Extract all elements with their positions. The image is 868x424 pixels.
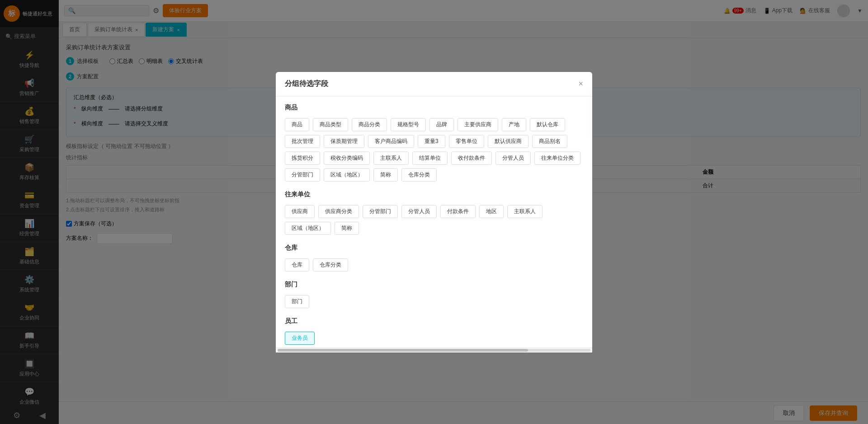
field-tag-retail-unit[interactable]: 零售单位	[449, 135, 484, 148]
field-tag-default-warehouse[interactable]: 默认仓库	[530, 118, 565, 131]
field-tag-customer-code[interactable]: 客户商品编码	[368, 135, 414, 148]
modal-header: 分组待选字段 ×	[276, 72, 592, 96]
field-tag-product[interactable]: 商品	[285, 118, 309, 131]
field-tag-weight3[interactable]: 重量3	[418, 135, 445, 148]
group-dept-title: 部门	[285, 281, 583, 291]
field-group-product: 商品 商品 商品类型 商品分类 规格型号 品牌 主要供应商 产地 默认仓库 批次…	[285, 104, 583, 181]
field-group-partner: 往来单位 供应商 供应商分类 分管部门 分管人员 付款条件 地区 主联系人 区域…	[285, 191, 583, 235]
field-tag-manager[interactable]: 分管人员	[495, 152, 531, 165]
field-tag-product-type[interactable]: 商品类型	[313, 118, 348, 131]
field-tag-main-contact2[interactable]: 主联系人	[507, 205, 542, 218]
field-tag-origin[interactable]: 产地	[502, 118, 526, 131]
field-tag-salesperson[interactable]: 业务员	[285, 332, 315, 345]
modal-hscroll-track[interactable]	[278, 349, 590, 352]
modal-title: 分组待选字段	[285, 79, 328, 89]
field-tag-warehouse-cat[interactable]: 仓库分类	[313, 258, 348, 272]
field-tag-main-supplier[interactable]: 主要供应商	[458, 118, 498, 131]
modal-body[interactable]: 商品 商品 商品类型 商品分类 规格型号 品牌 主要供应商 产地 默认仓库 批次…	[276, 96, 592, 348]
modal-overlay: 分组待选字段 × 商品 商品 商品类型 商品分类 规格型号 品牌 主要供应商 产…	[0, 0, 868, 424]
field-tag-payment-cond[interactable]: 付款条件	[440, 205, 476, 218]
group-warehouse-title: 仓库	[285, 244, 583, 254]
field-tag-dept2[interactable]: 分管部门	[363, 205, 398, 218]
field-tag-department[interactable]: 部门	[285, 295, 309, 308]
field-tag-supplier-category[interactable]: 供应商分类	[318, 205, 359, 218]
field-tag-default-supplier[interactable]: 默认供应商	[488, 135, 528, 148]
field-tag-product-alias[interactable]: 商品别名	[532, 135, 567, 148]
modal-dialog: 分组待选字段 × 商品 商品 商品类型 商品分类 规格型号 品牌 主要供应商 产…	[276, 72, 592, 353]
field-tag-region[interactable]: 区域（地区）	[324, 168, 370, 181]
warehouse-field-tags: 仓库 仓库分类	[285, 258, 583, 272]
field-tag-validity-manage[interactable]: 保质期管理	[324, 135, 364, 148]
employee-field-tags: 业务员	[285, 332, 583, 345]
field-tag-main-contact[interactable]: 主联系人	[373, 152, 409, 165]
field-tag-settlement-unit[interactable]: 结算单位	[412, 152, 448, 165]
modal-close-button[interactable]: ×	[578, 79, 583, 89]
field-tag-warehouse-category[interactable]: 仓库分类	[401, 168, 437, 181]
field-tag-supplier[interactable]: 供应商	[285, 205, 315, 218]
field-tag-payment-terms[interactable]: 收付款条件	[451, 152, 492, 165]
field-tag-pick-points[interactable]: 拣货积分	[285, 152, 320, 165]
field-tag-warehouse[interactable]: 仓库	[285, 258, 309, 272]
field-tag-product-category[interactable]: 商品分类	[352, 118, 387, 131]
product-field-tags: 商品 商品类型 商品分类 规格型号 品牌 主要供应商 产地 默认仓库 批次管理 …	[285, 118, 583, 181]
field-tag-brand[interactable]: 品牌	[429, 118, 454, 131]
field-tag-region2[interactable]: 区域（地区）	[285, 222, 331, 235]
field-tag-short-name2[interactable]: 简称	[335, 222, 359, 235]
field-group-employee: 员工 业务员	[285, 317, 583, 345]
field-tag-manage-dept[interactable]: 分管部门	[285, 168, 320, 181]
group-partner-title: 往来单位	[285, 191, 583, 200]
modal-hscroll-thumb[interactable]	[278, 349, 528, 352]
group-product-title: 商品	[285, 104, 583, 114]
group-employee-title: 员工	[285, 317, 583, 327]
field-group-warehouse: 仓库 仓库 仓库分类	[285, 244, 583, 272]
field-tag-manager2[interactable]: 分管人员	[401, 205, 437, 218]
field-tag-batch-manage[interactable]: 批次管理	[285, 135, 320, 148]
field-tag-tax-code[interactable]: 税收分类编码	[324, 152, 370, 165]
modal-horizontal-scrollbar[interactable]	[276, 348, 592, 352]
dept-field-tags: 部门	[285, 295, 583, 308]
field-tag-unit-category[interactable]: 往来单位分类	[534, 152, 580, 165]
partner-field-tags: 供应商 供应商分类 分管部门 分管人员 付款条件 地区 主联系人 区域（地区） …	[285, 205, 583, 235]
field-tag-spec-type[interactable]: 规格型号	[391, 118, 426, 131]
field-tag-area[interactable]: 地区	[479, 205, 504, 218]
field-tag-short-name[interactable]: 简称	[373, 168, 398, 181]
field-group-dept: 部门 部门	[285, 281, 583, 308]
